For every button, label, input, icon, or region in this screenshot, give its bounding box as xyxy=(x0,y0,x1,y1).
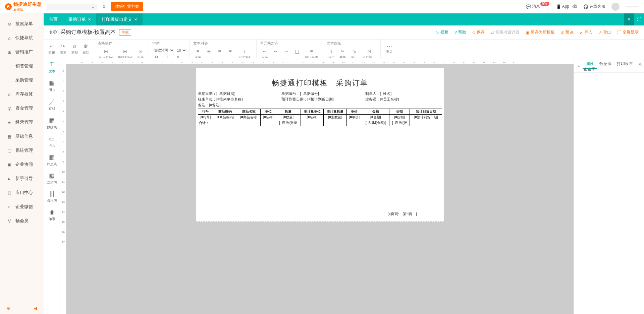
sum-cell[interactable] xyxy=(324,120,347,126)
sidebar-item[interactable]: ⊙搜索菜单 xyxy=(0,17,44,31)
sidebar-item[interactable]: ◌系统管理 xyxy=(0,143,44,158)
sidebar-item[interactable]: ⬚销售管理 xyxy=(0,59,44,73)
tab-print-template[interactable]: 打印模板自定义✕ xyxy=(96,13,143,25)
tool-图片[interactable]: ▦图片 xyxy=(44,76,60,95)
font-family-select[interactable]: 微软雅黑 xyxy=(152,47,174,53)
page-title[interactable]: 畅捷通打印模板 采购订单 xyxy=(198,78,442,88)
action-导出[interactable]: ↗导出 xyxy=(598,29,611,35)
sidebar-item[interactable]: ○企业微信 xyxy=(0,200,44,214)
sidebar-item[interactable]: ⌂快捷导航 xyxy=(0,31,44,45)
tab-purchase-order[interactable]: 采购订单✕ xyxy=(63,13,96,25)
tool-文本[interactable]: T文本 xyxy=(44,58,60,76)
sidebar-item[interactable]: V畅会员 xyxy=(0,214,44,228)
page[interactable]: 畅捷通打印模板 采购订单 单据日期：[=单据日期]单据编号：[=单据编号]制单人… xyxy=(196,68,444,222)
tool-数据表[interactable]: ▦数据表 xyxy=(44,114,60,132)
toolbar-button[interactable]: ≡ xyxy=(215,47,225,56)
sidebar-item[interactable]: ▸新手引导 xyxy=(0,172,44,186)
expand-icon[interactable]: » xyxy=(576,61,582,72)
sidebar-item[interactable]: ≡经营管理 xyxy=(0,115,44,129)
table-header[interactable]: 商品编码 xyxy=(213,109,237,115)
collapse-icon[interactable]: ◀ xyxy=(34,306,37,311)
table-cell[interactable]: [=主数量] xyxy=(324,115,347,120)
toolbar-button[interactable]: 🗑删除 xyxy=(80,42,91,56)
info-cell[interactable]: 业务员：[=员工名称] xyxy=(365,97,442,102)
tool-条形码[interactable]: |||条形码 xyxy=(44,188,60,206)
toolbar-button[interactable]: ◫ xyxy=(292,47,302,56)
table-header[interactable]: 单位 xyxy=(261,109,276,115)
table-header[interactable]: 商品名称 xyxy=(237,109,260,115)
app-download-link[interactable]: 📱 App下载 xyxy=(556,4,577,9)
table-cell[interactable]: [=名称] xyxy=(301,115,324,120)
action-预览[interactable]: ◎预览 xyxy=(561,29,574,35)
sum-cell[interactable]: [=SUM(数量 xyxy=(276,120,301,126)
sidebar-item[interactable]: ⊞营销推广 xyxy=(0,45,44,59)
toolbar-button[interactable]: → xyxy=(281,47,291,56)
table-cell[interactable]: [=商品编码] xyxy=(213,115,237,120)
table-cell[interactable]: [=数量] xyxy=(276,115,301,120)
sidebar-item[interactable]: ▦基础信息 xyxy=(0,129,44,143)
sum-cell[interactable] xyxy=(261,120,276,126)
toolbar-button[interactable]: ≣ xyxy=(204,47,214,56)
sum-cell[interactable] xyxy=(347,120,362,126)
sum-cell[interactable] xyxy=(410,120,442,126)
close-icon[interactable]: ✕ xyxy=(134,17,137,22)
toolbar-button[interactable]: ↶撤销 xyxy=(46,42,57,56)
tab-home[interactable]: 首页 xyxy=(44,13,63,25)
org-selector[interactable]: ⌄ xyxy=(47,4,97,10)
info-cell[interactable]: 单据日期：[=单据日期] xyxy=(198,91,275,97)
table-cell[interactable]: [=行号] xyxy=(198,115,213,120)
user-name[interactable] xyxy=(626,6,639,7)
toolbar-button[interactable]: ↔ xyxy=(271,47,281,56)
action-帮助[interactable]: ?帮助 xyxy=(454,29,466,35)
sidebar-item[interactable]: ⌂库存核算 xyxy=(0,87,44,101)
industry-solution-button[interactable]: 体验行业方案 xyxy=(111,2,143,11)
sidebar-item[interactable]: ⬚采购管理 xyxy=(0,73,44,87)
table-header[interactable]: 金额 xyxy=(362,109,389,115)
tool-卡片[interactable]: ▭卡片 xyxy=(44,132,60,151)
table-header[interactable]: 单价 xyxy=(347,109,362,115)
table-header[interactable]: 主计量数量 xyxy=(324,109,347,115)
sidebar-item[interactable]: ▣企业协同 xyxy=(0,158,44,172)
toolbar-button[interactable]: ⧉复制 xyxy=(69,42,80,56)
table-cell[interactable]: [=金额] xyxy=(362,115,389,120)
toolbar-button[interactable]: ↷恢复 xyxy=(58,42,68,56)
settings-icon[interactable]: ⚙ xyxy=(102,4,106,9)
close-all-button[interactable]: ✕ xyxy=(624,13,634,25)
info-cell[interactable]: 预计到货日期：[=预计到货日期] xyxy=(281,97,358,102)
close-icon[interactable]: ✕ xyxy=(88,17,91,22)
toolbar-button[interactable]: ≡ xyxy=(225,47,235,56)
panel-tab[interactable]: 数据源 xyxy=(597,59,614,68)
sum-cell[interactable] xyxy=(301,120,324,126)
support-link[interactable]: 🎧 在线客服 xyxy=(583,4,605,9)
font-size-select[interactable]: 10 xyxy=(175,47,187,53)
canvas-background[interactable]: 畅捷通打印模板 采购订单 单据日期：[=单据日期]单据编号：[=单据编号]制单人… xyxy=(66,64,574,314)
sum-cell[interactable]: [=SUM(金额)] xyxy=(362,120,389,126)
action-保存[interactable]: ◇保存 xyxy=(472,29,485,35)
tool-印章[interactable]: ◉印章 xyxy=(44,206,60,224)
avatar[interactable] xyxy=(611,3,620,11)
sum-cell[interactable]: [=SUM(折 xyxy=(389,120,410,126)
info-cell[interactable]: 制单人：[=姓名] xyxy=(365,91,442,97)
sum-cell[interactable] xyxy=(237,120,260,126)
table-cell[interactable]: [=名称] xyxy=(261,115,276,120)
action-切换老设计器[interactable]: ⇄切换老设计器 xyxy=(491,29,520,35)
table-cell[interactable]: [=商品名称] xyxy=(237,115,260,120)
sidebar-item[interactable]: ◎资金管理 xyxy=(0,101,44,115)
table-cell[interactable]: [=折扣] xyxy=(389,115,410,120)
table-cell[interactable]: [=单价] xyxy=(347,115,362,120)
table-header[interactable]: 行号 xyxy=(198,109,213,115)
action-导入[interactable]: ↙导入 xyxy=(580,29,592,35)
gear-icon[interactable]: ⚙ xyxy=(7,306,10,311)
action-另存为新模板[interactable]: ▣另存为新模板 xyxy=(526,29,555,35)
table-header[interactable]: 预计到货日期 xyxy=(410,109,442,115)
table-header[interactable]: 主计量单位 xyxy=(301,109,324,115)
table-header[interactable]: 折扣 xyxy=(389,109,410,115)
page-footer[interactable]: [=页码: 第n页 | xyxy=(387,211,417,216)
fullscreen-button[interactable]: ⛶ xyxy=(634,13,644,25)
action-视频[interactable]: ▷视频 xyxy=(436,29,448,35)
table-header[interactable]: 数量 xyxy=(276,109,301,115)
sum-cell[interactable] xyxy=(213,120,237,126)
sum-cell[interactable]: 合计： xyxy=(198,120,213,126)
info-cell[interactable]: 往来单位：[=往来单位名称] xyxy=(198,97,275,102)
table-cell[interactable]: [=预计到货日期] xyxy=(410,115,442,120)
